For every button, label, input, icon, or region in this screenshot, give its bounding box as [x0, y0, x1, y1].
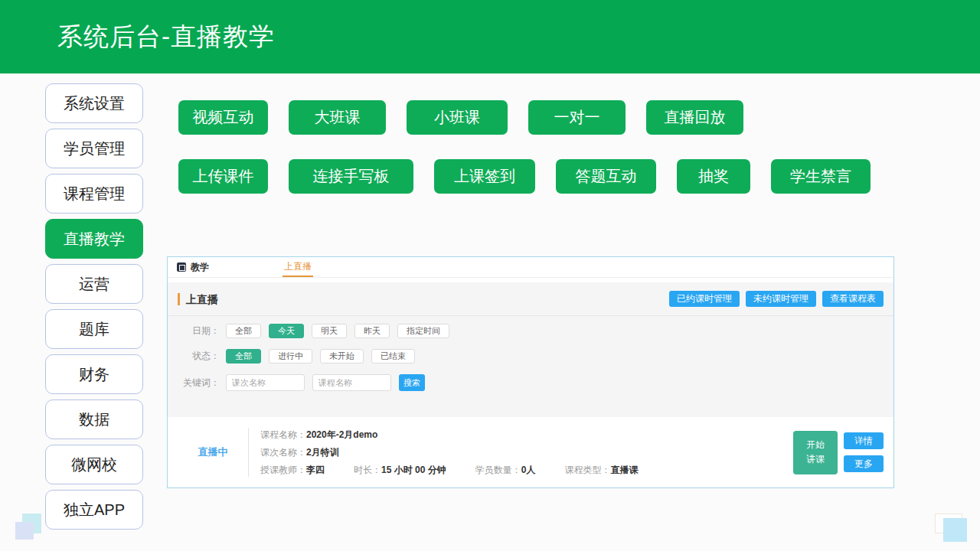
feature-row-1: 视频互动 大班课 小班课 一对一 直播回放	[178, 100, 913, 135]
date-option-custom[interactable]: 指定时间	[397, 324, 449, 338]
session-meta-line: 授课教师： 李四 时长： 15 小时 00 分钟 学员数量： 0人 课程类型： …	[260, 464, 793, 477]
row-divider	[248, 428, 249, 477]
students-value: 0人	[521, 464, 536, 477]
feature-row-2: 上传课件 连接手写板 上课签到 答题互动 抽奖 学生禁言	[178, 159, 913, 194]
status-option-ended[interactable]: 已结束	[371, 349, 415, 364]
course-type-pair: 课程类型： 直播课	[564, 464, 638, 477]
sidebar-item-student-management[interactable]: 学员管理	[45, 129, 143, 168]
feature-small-class[interactable]: 小班课	[407, 100, 508, 135]
live-session-row: 直播中 课程名称： 2020年-2月demo 课次名称： 2月特训 授课教师： …	[168, 417, 893, 487]
duration-value: 15 小时 00 分钟	[381, 464, 446, 477]
section-title-row: 上直播 已约课时管理 未约课时管理 查看课程表	[168, 282, 893, 316]
booked-hours-button[interactable]: 已约课时管理	[669, 291, 740, 307]
feature-live-replay[interactable]: 直播回放	[646, 100, 743, 135]
feature-upload-courseware[interactable]: 上传课件	[178, 159, 268, 194]
filters: 日期： 全部 今天 明天 昨天 指定时间 状态： 全部 进行中 未开始 已结束 …	[168, 316, 893, 391]
panel-tabbar: 教学 上直播	[168, 257, 893, 278]
feature-buttons: 视频互动 大班课 小班课 一对一 直播回放 上传课件 连接手写板 上课签到 答题…	[178, 100, 913, 194]
decor-square-cyan-right	[943, 518, 967, 542]
status-option-all[interactable]: 全部	[226, 349, 261, 364]
course-name-label: 课程名称：	[260, 429, 306, 442]
app-icon	[177, 262, 186, 272]
view-schedule-button[interactable]: 查看课程表	[822, 291, 884, 307]
students-pair: 学员数量： 0人	[475, 464, 536, 477]
sidebar-item-course-management[interactable]: 课程管理	[45, 174, 143, 214]
course-type-label: 课程类型：	[564, 464, 610, 477]
detail-button[interactable]: 详情	[844, 432, 884, 449]
lesson-name-label: 课次名称：	[260, 446, 306, 459]
secondary-actions: 详情 更多	[844, 432, 884, 472]
filter-date-label: 日期：	[178, 324, 220, 337]
tab-go-live[interactable]: 上直播	[283, 257, 313, 277]
search-button[interactable]: 搜索	[399, 374, 425, 391]
teacher-pair: 授课教师： 李四	[260, 464, 325, 477]
sidebar-item-standalone-app[interactable]: 独立APP	[45, 490, 143, 530]
lesson-name-value: 2月特训	[306, 446, 339, 459]
unbooked-hours-button[interactable]: 未约课时管理	[746, 291, 816, 307]
sidebar-item-micro-school[interactable]: 微网校	[45, 445, 143, 484]
sidebar-item-question-bank[interactable]: 题库	[45, 309, 143, 349]
duration-label: 时长：	[354, 464, 381, 477]
feature-video-interaction[interactable]: 视频互动	[178, 100, 268, 135]
date-option-tomorrow[interactable]: 明天	[312, 324, 347, 338]
filter-date-row: 日期： 全部 今天 明天 昨天 指定时间	[178, 324, 884, 338]
admin-panel: 教学 上直播 上直播 已约课时管理 未约课时管理 查看课程表 日期： 全部 今天…	[167, 256, 894, 488]
row-actions: 开始讲课 详情 更多	[793, 431, 884, 474]
course-name-line: 课程名称： 2020年-2月demo	[260, 429, 793, 442]
date-option-yesterday[interactable]: 昨天	[354, 324, 390, 338]
live-status-badge: 直播中	[178, 445, 248, 459]
students-label: 学员数量：	[475, 464, 521, 477]
course-type-value: 直播课	[610, 464, 638, 477]
page: 系统后台-直播教学 系统设置 学员管理 课程管理 直播教学 运营 题库 财务 数…	[0, 0, 980, 551]
sidebar-item-data[interactable]: 数据	[45, 399, 143, 439]
session-details: 课程名称： 2020年-2月demo 课次名称： 2月特训 授课教师： 李四 时…	[260, 424, 793, 481]
lesson-name-line: 课次名称： 2月特训	[260, 446, 793, 459]
more-button[interactable]: 更多	[844, 455, 884, 472]
section-title: 上直播	[178, 293, 218, 305]
lesson-name-input[interactable]	[226, 374, 305, 391]
feature-lottery[interactable]: 抽奖	[677, 159, 750, 194]
feature-student-mute[interactable]: 学生禁言	[771, 159, 871, 194]
feature-quiz-interaction[interactable]: 答题互动	[556, 159, 656, 194]
filter-keyword-label: 关键词：	[178, 377, 220, 390]
sidebar-item-operations[interactable]: 运营	[45, 264, 143, 304]
feature-class-signin[interactable]: 上课签到	[434, 159, 535, 194]
feature-large-class[interactable]: 大班课	[289, 100, 386, 135]
sidebar-item-finance[interactable]: 财务	[45, 354, 143, 394]
breadcrumb: 教学	[177, 257, 209, 277]
status-option-ongoing[interactable]: 进行中	[269, 349, 312, 364]
decor-square-lavender-left	[15, 522, 34, 540]
filter-status-label: 状态：	[178, 350, 220, 363]
top-banner: 系统后台-直播教学	[0, 0, 980, 73]
filter-keyword-row: 关键词： 搜索	[178, 374, 884, 391]
filter-status-row: 状态： 全部 进行中 未开始 已结束	[178, 349, 884, 364]
sidebar-item-live-teaching[interactable]: 直播教学	[45, 219, 143, 259]
breadcrumb-label: 教学	[191, 261, 209, 274]
course-name-value: 2020年-2月demo	[306, 429, 377, 442]
page-title: 系统后台-直播教学	[57, 20, 275, 54]
course-name-input[interactable]	[312, 374, 391, 391]
date-option-all[interactable]: 全部	[226, 324, 261, 338]
start-teaching-button[interactable]: 开始讲课	[793, 431, 838, 474]
duration-pair: 时长： 15 小时 00 分钟	[354, 464, 446, 477]
teacher-label: 授课教师：	[260, 464, 306, 477]
panel-filter-area: 上直播 已约课时管理 未约课时管理 查看课程表 日期： 全部 今天 明天 昨天 …	[168, 282, 893, 417]
date-option-today[interactable]: 今天	[269, 324, 304, 338]
sidebar-item-system-settings[interactable]: 系统设置	[45, 83, 143, 123]
feature-one-on-one[interactable]: 一对一	[528, 100, 626, 135]
status-option-not-started[interactable]: 未开始	[320, 349, 364, 364]
section-actions: 已约课时管理 未约课时管理 查看课程表	[669, 291, 884, 307]
teacher-value: 李四	[306, 464, 325, 477]
sidebar: 系统设置 学员管理 课程管理 直播教学 运营 题库 财务 数据 微网校 独立AP…	[45, 83, 143, 530]
feature-connect-tablet[interactable]: 连接手写板	[289, 159, 413, 194]
